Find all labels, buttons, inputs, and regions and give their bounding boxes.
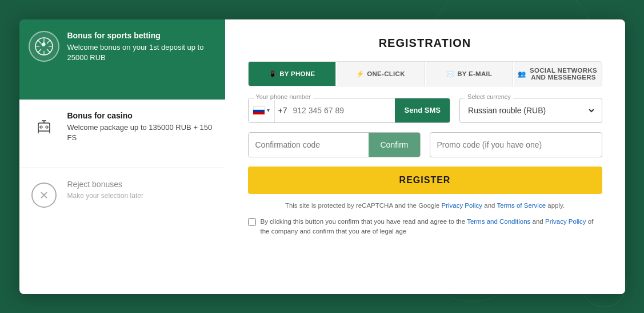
reject-desc: Make your selection later: [67, 191, 143, 201]
confirm-button[interactable]: Confirm: [369, 133, 419, 157]
sports-bonus-icon: [29, 31, 59, 62]
register-button[interactable]: REGISTER: [248, 167, 602, 194]
tab-social[interactable]: 👥 SOCIAL NETWORKS AND MESSENGERS: [514, 62, 601, 86]
confirmation-input-group: Confirm: [248, 132, 421, 157]
reject-icon: [29, 180, 59, 211]
svg-line-8: [47, 40, 50, 43]
phone-prefix: +7: [275, 98, 291, 122]
send-sms-button[interactable]: Send SMS: [395, 98, 450, 122]
social-tab-icon: 👥: [518, 70, 526, 78]
confirmation-code-input[interactable]: [249, 133, 369, 157]
promo-input-group: [430, 132, 602, 157]
casino-bonus-text: Bonus for casino Welcome package up to 1…: [67, 111, 216, 143]
sports-bonus-card[interactable]: Bonus for sports betting Welcome bonus o…: [19, 19, 225, 100]
svg-line-7: [47, 49, 50, 53]
terms-of-service-link[interactable]: Terms of Service: [497, 202, 546, 209]
casino-bonus-icon: [29, 111, 59, 142]
terms-conditions-link[interactable]: Terms and Conditions: [467, 218, 530, 225]
tab-by-phone[interactable]: 📱 BY PHONE: [249, 62, 336, 86]
tab-by-email[interactable]: ✉️ BY E-MAIL: [426, 62, 513, 86]
country-selector[interactable]: ▾: [249, 98, 275, 122]
country-chevron-icon: ▾: [267, 107, 270, 113]
right-panel: REGISTRATION 📱 BY PHONE ⚡ ONE-CLICK ✉️ B…: [225, 19, 625, 294]
tab-one-click-label: ONE-CLICK: [367, 70, 405, 77]
casino-bonus-card[interactable]: Bonus for casino Welcome package up to 1…: [19, 100, 225, 168]
tab-by-email-label: BY E-MAIL: [457, 70, 492, 77]
flag-russia-icon: [253, 106, 265, 114]
promo-code-input[interactable]: [430, 132, 602, 157]
svg-line-6: [38, 40, 41, 43]
sports-bonus-title: Bonus for sports betting: [67, 31, 216, 40]
phone-tab-icon: 📱: [269, 70, 277, 78]
tab-social-label: SOCIAL NETWORKS AND MESSENGERS: [529, 67, 598, 81]
phone-label: Your phone number: [254, 93, 313, 100]
bolt-icon: ⚡: [356, 70, 364, 78]
confirmation-promo-row: Confirm: [248, 132, 602, 157]
currency-input-group: Select currency Russian rouble (RUB) USD…: [459, 98, 602, 123]
phone-number-input[interactable]: [290, 98, 395, 122]
reject-text: Reject bonuses Make your selection later: [67, 180, 143, 201]
currency-label: Select currency: [465, 93, 513, 100]
terms-text: By clicking this button you confirm that…: [261, 217, 602, 237]
svg-point-11: [40, 126, 42, 128]
registration-tabs: 📱 BY PHONE ⚡ ONE-CLICK ✉️ BY E-MAIL 👥 SO…: [248, 61, 602, 86]
recaptcha-notice: This site is protected by reCAPTCHA and …: [248, 202, 602, 209]
reject-title: Reject bonuses: [67, 180, 143, 189]
svg-point-12: [46, 126, 48, 128]
tab-by-phone-label: BY PHONE: [279, 70, 315, 77]
casino-bonus-title: Bonus for casino: [67, 111, 216, 120]
svg-marker-1: [41, 42, 46, 46]
privacy-link[interactable]: Privacy Policy: [545, 218, 586, 225]
currency-select-wrap: Russian rouble (RUB) USD EUR: [459, 98, 602, 123]
privacy-policy-link[interactable]: Privacy Policy: [441, 202, 482, 209]
currency-select[interactable]: Russian rouble (RUB) USD EUR: [466, 105, 595, 116]
sports-bonus-desc: Welcome bonus on your 1st deposit up to …: [67, 42, 216, 63]
confirmation-input-wrap: Confirm: [248, 132, 421, 157]
casino-bonus-desc: Welcome package up to 135000 RUB + 150 F…: [67, 122, 216, 143]
svg-line-9: [38, 49, 41, 53]
sports-bonus-text: Bonus for sports betting Welcome bonus o…: [67, 31, 216, 63]
phone-input-group: Your phone number ▾ +7 Send SMS: [248, 98, 451, 123]
phone-input-wrap: ▾ +7 Send SMS: [248, 98, 451, 123]
registration-title: REGISTRATION: [248, 37, 602, 50]
tab-one-click[interactable]: ⚡ ONE-CLICK: [337, 62, 425, 86]
phone-currency-row: Your phone number ▾ +7 Send SMS: [248, 98, 602, 123]
reject-bonus-card[interactable]: Reject bonuses Make your selection later: [19, 168, 225, 294]
main-container: Bonus for sports betting Welcome bonus o…: [19, 19, 625, 294]
email-tab-icon: ✉️: [446, 70, 454, 78]
terms-row: By clicking this button you confirm that…: [248, 217, 602, 237]
left-panel: Bonus for sports betting Welcome bonus o…: [19, 19, 225, 294]
terms-checkbox[interactable]: [248, 218, 256, 226]
